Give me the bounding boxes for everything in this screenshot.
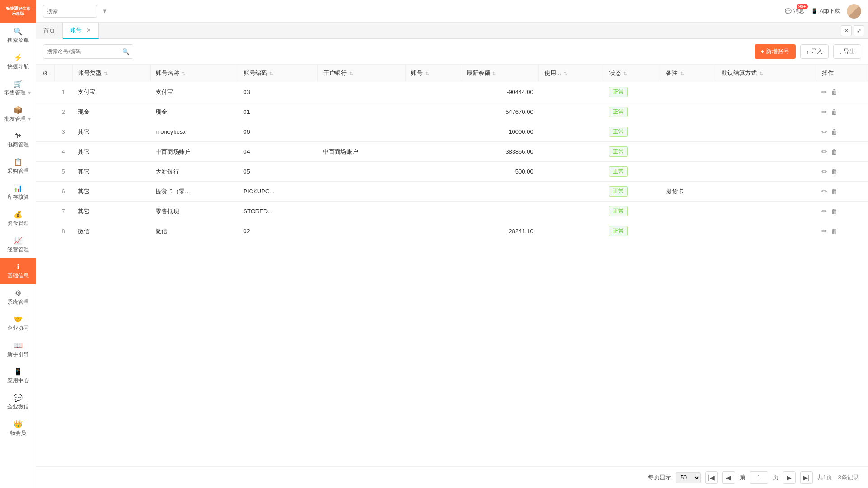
edit-icon[interactable]: ✏ bbox=[821, 128, 827, 136]
retail-icon: 🛒 bbox=[2, 80, 33, 88]
sidebar-item-operation-manage[interactable]: 📈 经营管理 bbox=[0, 232, 36, 258]
row-bank bbox=[317, 122, 405, 142]
delete-icon[interactable]: 🗑 bbox=[831, 227, 838, 235]
row-type: 其它 bbox=[72, 182, 150, 202]
app-download-button[interactable]: 📱 App下载 bbox=[811, 7, 840, 15]
sidebar-item-app-center[interactable]: 📱 应用中心 bbox=[0, 363, 36, 389]
search-button[interactable]: 🔍 bbox=[118, 44, 133, 59]
page-next-button[interactable]: ▶ bbox=[783, 471, 796, 484]
edit-icon[interactable]: ✏ bbox=[821, 108, 827, 116]
page-last-button[interactable]: ▶| bbox=[800, 471, 813, 484]
delete-icon[interactable]: 🗑 bbox=[831, 148, 838, 155]
export-button[interactable]: ↓ 导出 bbox=[833, 44, 862, 59]
col-usage[interactable]: 使用... ⇅ bbox=[539, 65, 604, 82]
row-status: 正常 bbox=[604, 221, 660, 241]
sidebar-item-inventory[interactable]: 📊 库存核算 bbox=[0, 179, 36, 206]
page-prev-button[interactable]: ◀ bbox=[722, 471, 735, 484]
row-remark bbox=[660, 122, 716, 142]
row-index: 6 bbox=[54, 182, 72, 202]
message-button[interactable]: 💬 消息 99+ bbox=[785, 7, 804, 15]
row-settings-cell bbox=[36, 82, 54, 102]
tab-account[interactable]: 账号 ✕ bbox=[63, 23, 99, 39]
sidebar-item-wholesale-manage[interactable]: 📦 批发管理 ▼ bbox=[0, 101, 36, 127]
edit-icon[interactable]: ✏ bbox=[821, 88, 827, 96]
page-total: 共1页，8条记录 bbox=[817, 474, 859, 482]
page-size-select[interactable]: 50 20 100 bbox=[676, 472, 701, 483]
col-name[interactable]: 账号名称 ⇅ bbox=[150, 65, 238, 82]
row-settings-cell bbox=[36, 202, 54, 221]
search-icon: 🔍 bbox=[122, 48, 130, 55]
sidebar-item-ecommerce-manage[interactable]: 🛍 电商管理 bbox=[0, 127, 36, 153]
page-input[interactable] bbox=[750, 471, 768, 484]
sidebar-item-enterprise-agreement[interactable]: 🤝 企业协同 bbox=[0, 310, 36, 337]
row-account bbox=[405, 162, 461, 182]
top-search-input[interactable] bbox=[43, 5, 97, 18]
sidebar-item-search-menu[interactable]: 🔍 搜索菜单 bbox=[0, 23, 36, 49]
settings-icon: ⚙ bbox=[42, 70, 48, 77]
delete-icon[interactable]: 🗑 bbox=[831, 88, 838, 96]
sidebar-item-vip-member[interactable]: 👑 畅会员 bbox=[0, 415, 36, 441]
row-default-settlement bbox=[716, 221, 816, 241]
row-remark bbox=[660, 102, 716, 122]
col-account[interactable]: 账号 ⇅ bbox=[405, 65, 461, 82]
col-status[interactable]: 状态 ⇅ bbox=[604, 65, 660, 82]
table-header-row: ⚙ 账号类型 ⇅ 账号名称 ⇅ 账号编码 ⇅ bbox=[36, 65, 868, 82]
edit-icon[interactable]: ✏ bbox=[821, 188, 827, 196]
row-settings-cell bbox=[36, 221, 54, 241]
sidebar-item-beginner-guide[interactable]: 📖 新手引导 bbox=[0, 337, 36, 363]
row-balance: 547670.00 bbox=[461, 102, 538, 122]
row-balance bbox=[461, 182, 538, 202]
sidebar-item-basic-info[interactable]: ℹ 基础信息 bbox=[0, 258, 36, 284]
col-type[interactable]: 账号类型 ⇅ bbox=[72, 65, 150, 82]
delete-icon[interactable]: 🗑 bbox=[831, 188, 838, 195]
tab-minimize-button[interactable]: ✕ bbox=[841, 25, 852, 36]
edit-icon[interactable]: ✏ bbox=[821, 227, 827, 235]
search-input[interactable] bbox=[43, 48, 118, 55]
dropdown-arrow-icon[interactable]: ▼ bbox=[102, 8, 108, 14]
delete-icon[interactable]: 🗑 bbox=[831, 128, 838, 136]
col-name-label: 账号名称 bbox=[156, 70, 179, 76]
page-first-button[interactable]: |◀ bbox=[705, 471, 718, 484]
row-code: 03 bbox=[238, 82, 317, 102]
row-status: 正常 bbox=[604, 142, 660, 162]
tab-home[interactable]: 首页 bbox=[36, 23, 63, 39]
delete-icon[interactable]: 🗑 bbox=[831, 168, 838, 175]
sidebar-item-label: 企业微信 bbox=[7, 404, 29, 410]
row-remark bbox=[660, 221, 716, 241]
col-remark[interactable]: 备注 ⇅ bbox=[660, 65, 716, 82]
col-bank[interactable]: 开户银行 ⇅ bbox=[317, 65, 405, 82]
row-type: 其它 bbox=[72, 142, 150, 162]
col-code[interactable]: 账号编码 ⇅ bbox=[238, 65, 317, 82]
status-badge: 正常 bbox=[609, 107, 628, 117]
row-default-settlement bbox=[716, 202, 816, 221]
edit-icon[interactable]: ✏ bbox=[821, 207, 827, 216]
edit-icon[interactable]: ✏ bbox=[821, 168, 827, 176]
row-usage bbox=[539, 122, 604, 142]
sidebar-item-system-manage[interactable]: ⚙ 系统管理 bbox=[0, 284, 36, 310]
sidebar-item-finance-manage[interactable]: 💰 资金管理 bbox=[0, 206, 36, 232]
row-type: 其它 bbox=[72, 122, 150, 142]
operation-icon: 📈 bbox=[2, 236, 33, 245]
row-actions: ✏ 🗑 bbox=[816, 142, 868, 162]
row-default-settlement bbox=[716, 162, 816, 182]
delete-icon[interactable]: 🗑 bbox=[831, 108, 838, 116]
tab-maximize-button[interactable]: ⤢ bbox=[854, 25, 864, 36]
sidebar-item-retail-manage[interactable]: 🛒 零售管理 ▼ bbox=[0, 75, 36, 101]
col-balance[interactable]: 最新余额 ⇅ bbox=[461, 65, 538, 82]
sidebar-item-enterprise-wechat[interactable]: 💬 企业微信 bbox=[0, 389, 36, 415]
row-account bbox=[405, 182, 461, 202]
edit-icon[interactable]: ✏ bbox=[821, 148, 827, 156]
message-icon: 💬 bbox=[785, 8, 792, 14]
avatar[interactable] bbox=[847, 4, 861, 19]
add-account-button[interactable]: + 新增账号 bbox=[755, 44, 796, 59]
import-button[interactable]: ↑ 导入 bbox=[800, 44, 829, 59]
sidebar-item-label: 企业协同 bbox=[7, 325, 29, 331]
col-settings[interactable]: ⚙ bbox=[36, 65, 54, 82]
col-default-settlement[interactable]: 默认结算方式 ⇅ bbox=[716, 65, 816, 82]
sidebar-item-quick-nav[interactable]: ⚡ 快捷导航 bbox=[0, 49, 36, 75]
sidebar-item-purchase-manage[interactable]: 📋 采购管理 bbox=[0, 153, 36, 179]
row-settings-cell bbox=[36, 162, 54, 182]
delete-icon[interactable]: 🗑 bbox=[831, 207, 838, 215]
row-type: 现金 bbox=[72, 102, 150, 122]
tab-close-icon[interactable]: ✕ bbox=[86, 27, 91, 33]
